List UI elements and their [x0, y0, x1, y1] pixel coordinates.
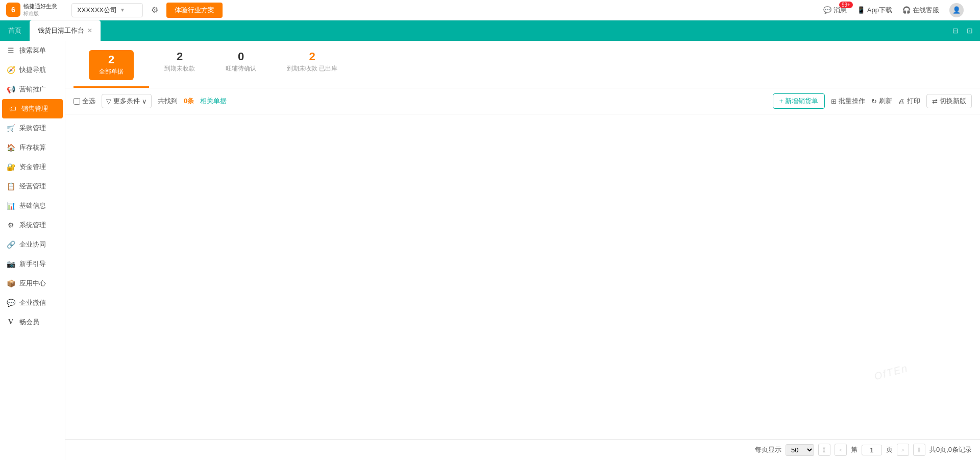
sidebar-wechat-work-label: 企业微信: [19, 298, 46, 307]
member-icon: V: [6, 318, 15, 327]
search-menu-icon: ☰: [6, 46, 15, 55]
print-label: 打印: [907, 96, 920, 106]
compass-icon: 🧭: [6, 65, 15, 75]
sales-icon: 🏷: [8, 104, 17, 113]
tab-expand-icon[interactable]: ⊡: [965, 25, 975, 37]
page-suffix: 页: [886, 445, 893, 454]
operations-icon: 📋: [6, 182, 15, 191]
experience-button[interactable]: 体验行业方案: [166, 3, 223, 18]
sidebar-item-operations[interactable]: 📋 经营管理: [0, 177, 65, 196]
chevron-filter-icon: ∨: [142, 98, 147, 105]
message-badge: 99+: [839, 2, 853, 8]
select-all-checkbox[interactable]: 全选: [74, 96, 95, 106]
stat-overdue-label: 到期未收款: [164, 64, 195, 73]
user-icon: 👤: [952, 6, 961, 14]
sidebar-item-basic-info[interactable]: 📊 基础信息: [0, 196, 65, 215]
tab-home[interactable]: 首页: [0, 20, 30, 41]
company-selector[interactable]: XXXXXX公司 ▼: [71, 3, 143, 17]
sidebar-item-system[interactable]: ⚙ 系统管理: [0, 215, 65, 235]
basic-info-icon: 📊: [6, 201, 15, 210]
chevron-down-icon: ▼: [120, 7, 125, 13]
sidebar-item-inventory[interactable]: 🏠 库存核算: [0, 138, 65, 157]
stat-tab-overdue[interactable]: 2 到期未收款: [149, 46, 210, 88]
settings-button[interactable]: ⚙: [147, 3, 162, 18]
print-icon: 🖨: [898, 98, 905, 105]
system-icon: ⚙: [6, 221, 15, 230]
stat-all-count: 2: [108, 53, 114, 66]
found-count: 0条: [184, 96, 194, 106]
sidebar-operations-label: 经营管理: [19, 182, 46, 191]
main-layout: ☰ 搜索菜单 🧭 快捷导航 📢 营销推广 🏷 销售管理 🛒 采购管理 🏠 库存核…: [0, 41, 980, 460]
prev-page-button[interactable]: ＜: [835, 444, 847, 456]
tab-workbench[interactable]: 钱货日清工作台 ✕: [30, 20, 101, 41]
per-page-select[interactable]: 50 20 100: [786, 444, 814, 456]
last-page-button[interactable]: ⟫: [913, 444, 925, 456]
sidebar-item-guide[interactable]: 📷 新手引导: [0, 254, 65, 274]
sidebar-sales-label: 销售管理: [21, 104, 48, 113]
related-orders-link[interactable]: 相关单据: [200, 96, 227, 106]
app-center-icon: 📦: [6, 279, 15, 288]
sidebar-item-sales[interactable]: 🏷 销售管理: [2, 99, 63, 118]
sidebar: ☰ 搜索菜单 🧭 快捷导航 📢 营销推广 🏷 销售管理 🛒 采购管理 🏠 库存核…: [0, 41, 65, 460]
toolbar: 全选 ▽ 更多条件 ∨ 共找到 0条 相关单据 + 新增销货单 ⊞ 批量操作 ↻…: [65, 88, 980, 114]
company-name: XXXXXX公司: [77, 6, 117, 15]
app-download-label: App下载: [867, 6, 892, 15]
sidebar-basic-info-label: 基础信息: [19, 201, 46, 210]
sidebar-quick-nav-label: 快捷导航: [19, 65, 46, 75]
stat-tab-pending[interactable]: 0 旺辅待确认: [210, 46, 272, 88]
tab-close-icon[interactable]: ✕: [87, 27, 92, 34]
online-service-label: 在线客服: [913, 6, 939, 15]
sidebar-funds-label: 资金管理: [19, 162, 46, 172]
enterprise-icon: 🔗: [6, 240, 15, 249]
sidebar-item-member[interactable]: V 畅会员: [0, 312, 65, 332]
sidebar-system-label: 系统管理: [19, 221, 46, 230]
guide-icon: 📷: [6, 259, 15, 269]
logo-text-area: 畅捷通好生意 标准版: [23, 3, 57, 17]
per-page-label: 每页显示: [755, 445, 781, 454]
tab-minimize-icon[interactable]: ⊟: [950, 25, 961, 37]
wechat-work-icon: 💬: [6, 298, 15, 307]
stat-pending-count: 0: [238, 50, 244, 63]
sidebar-app-center-label: 应用中心: [19, 279, 46, 288]
stat-tab-all[interactable]: 2 全部单据: [74, 46, 149, 88]
sidebar-item-search[interactable]: ☰ 搜索菜单: [0, 41, 65, 60]
sidebar-item-purchase[interactable]: 🛒 采购管理: [0, 118, 65, 138]
filter-button[interactable]: ▽ 更多条件 ∨: [102, 94, 152, 108]
print-button[interactable]: 🖨 打印: [898, 96, 920, 106]
content-area: 2 全部单据 2 到期未收款 0 旺辅待确认 2 到期未收款 已出库 全选: [65, 41, 980, 460]
marketing-icon: 📢: [6, 85, 15, 94]
switch-version-button[interactable]: ⇄ 切换新版: [926, 94, 972, 108]
app-download-button[interactable]: 📱 App下载: [857, 6, 892, 15]
sidebar-item-marketing[interactable]: 📢 营销推广: [0, 80, 65, 99]
sidebar-guide-label: 新手引导: [19, 259, 46, 269]
refresh-button[interactable]: ↻ 刷新: [871, 96, 892, 106]
batch-operation-button[interactable]: ⊞ 批量操作: [831, 96, 865, 106]
total-info: 共0页,0条记录: [929, 445, 972, 454]
sidebar-item-funds[interactable]: 🔐 资金管理: [0, 157, 65, 177]
page-number-input[interactable]: [862, 445, 882, 455]
sidebar-item-app-center[interactable]: 📦 应用中心: [0, 274, 65, 293]
logo-icon: 6: [6, 3, 20, 17]
funds-icon: 🔐: [6, 162, 15, 172]
switch-icon: ⇄: [932, 98, 938, 105]
online-service-button[interactable]: 🎧 在线客服: [902, 6, 939, 15]
add-order-button[interactable]: + 新增销货单: [773, 93, 825, 109]
top-header: 6 畅捷通好生意 标准版 XXXXXX公司 ▼ ⚙ 体验行业方案 💬 消息 99…: [0, 0, 980, 20]
tab-workbench-label: 钱货日清工作台: [38, 26, 84, 35]
sidebar-item-quick-nav[interactable]: 🧭 快捷导航: [0, 60, 65, 80]
sidebar-purchase-label: 采购管理: [19, 124, 46, 133]
message-button[interactable]: 💬 消息 99+: [823, 6, 847, 15]
stat-tab-shipped[interactable]: 2 到期未收款 已出库: [272, 46, 353, 88]
checkbox-input[interactable]: [74, 98, 80, 105]
sidebar-item-enterprise[interactable]: 🔗 企业协同: [0, 235, 65, 254]
next-page-button[interactable]: ＞: [897, 444, 909, 456]
page-label: 第: [851, 445, 857, 454]
batch-label: 批量操作: [839, 96, 865, 106]
sidebar-enterprise-label: 企业协同: [19, 240, 46, 249]
sidebar-inventory-label: 库存核算: [19, 143, 46, 152]
tab-home-label: 首页: [8, 26, 21, 35]
download-icon: 📱: [857, 6, 865, 14]
first-page-button[interactable]: ⟪: [818, 444, 830, 456]
sidebar-item-wechat-work[interactable]: 💬 企业微信: [0, 293, 65, 312]
avatar[interactable]: 👤: [949, 3, 964, 17]
